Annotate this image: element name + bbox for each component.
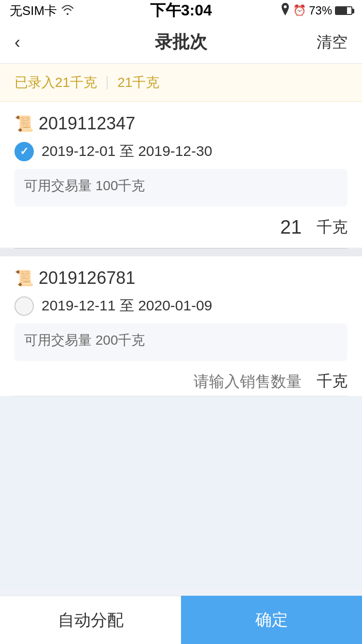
batch-id-1: 2019112347 xyxy=(39,113,135,134)
qty-input-row-2: 千克 xyxy=(0,361,362,396)
auto-distribute-button[interactable]: 自动分配 xyxy=(0,596,181,644)
batch-date-2: 2019-12-11 至 2020-01-09 xyxy=(42,296,212,316)
qty-unit-2: 千克 xyxy=(317,371,348,392)
qty-input-1[interactable] xyxy=(251,216,309,238)
available-qty-2: 可用交易量 200千克 xyxy=(14,323,348,361)
carrier-text: 无SIM卡 xyxy=(10,2,57,19)
confirm-button[interactable]: 确定 xyxy=(181,596,362,644)
radio-1[interactable]: ✓ xyxy=(14,142,34,161)
clear-button[interactable]: 清空 xyxy=(317,32,348,53)
section-divider xyxy=(0,249,362,256)
radio-2[interactable] xyxy=(14,296,34,316)
batch-card-2: 📜 2019126781 2019-12-11 至 2020-01-09 可用交… xyxy=(0,256,362,361)
nav-bar: ‹ 录批次 清空 xyxy=(0,21,362,64)
empty-area xyxy=(0,396,362,589)
batch-header-2: 📜 2019126781 xyxy=(14,268,348,288)
qty-unit-1: 千克 xyxy=(317,217,348,238)
batch-date-row-1[interactable]: ✓ 2019-12-01 至 2019-12-30 xyxy=(14,141,348,161)
batch-date-row-2[interactable]: 2019-12-11 至 2020-01-09 xyxy=(14,296,348,316)
batch-card-1: 📜 2019112347 ✓ 2019-12-01 至 2019-12-30 可… xyxy=(0,102,362,207)
status-bar: 无SIM卡 下午3:04 ⏰ 73% xyxy=(0,0,362,21)
status-left: 无SIM卡 xyxy=(10,2,74,19)
batch-icon-1: 📜 xyxy=(14,114,34,133)
qty-row-1: 千克 xyxy=(0,207,362,248)
status-right: ⏰ 73% xyxy=(280,3,352,18)
banner-amount: 21千克 xyxy=(117,73,159,92)
page-title: 录批次 xyxy=(155,30,207,54)
batch-header-1: 📜 2019112347 xyxy=(14,113,348,134)
back-button[interactable]: ‹ xyxy=(14,32,43,53)
location-icon xyxy=(280,3,290,18)
wifi-icon xyxy=(61,3,74,18)
check-icon-1: ✓ xyxy=(20,145,28,158)
recorded-label: 已录入21千克 xyxy=(14,73,97,92)
battery-text: 73% xyxy=(309,4,332,17)
bottom-bar: 自动分配 确定 xyxy=(0,596,362,644)
batch-id-2: 2019126781 xyxy=(39,268,135,288)
batch-icon-2: 📜 xyxy=(14,269,34,287)
qty-input-2[interactable] xyxy=(14,373,309,391)
batch-date-1: 2019-12-01 至 2019-12-30 xyxy=(42,141,212,161)
alarm-icon: ⏰ xyxy=(293,4,306,17)
banner-divider xyxy=(107,76,108,89)
available-qty-1: 可用交易量 100千克 xyxy=(14,169,348,207)
battery-icon xyxy=(335,6,352,15)
status-time: 下午3:04 xyxy=(150,0,212,21)
info-banner: 已录入21千克 21千克 xyxy=(0,64,362,102)
